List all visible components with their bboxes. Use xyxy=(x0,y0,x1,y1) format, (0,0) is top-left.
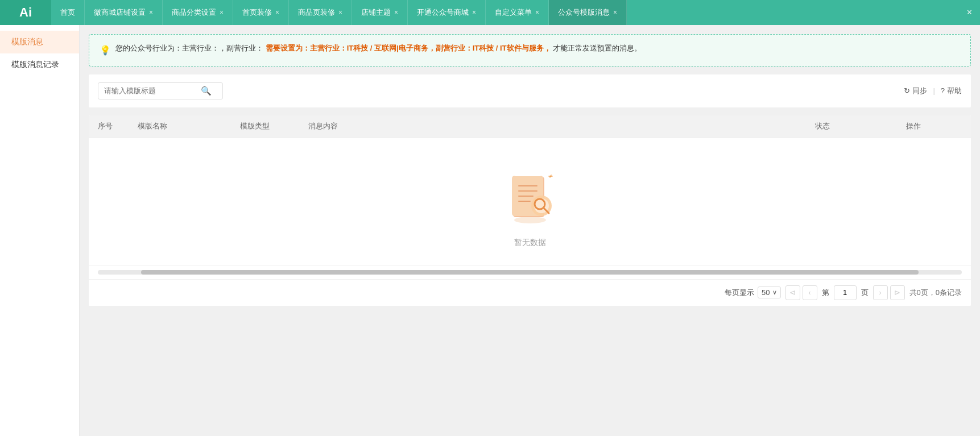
close-tab-wechatshop[interactable]: × xyxy=(472,9,476,16)
close-tab-theme[interactable]: × xyxy=(394,9,398,16)
help-button[interactable]: ? 帮助 xyxy=(941,86,962,96)
search-input-wrap: 🔍 xyxy=(98,82,223,99)
total-text: 共0页，0条记录 xyxy=(909,288,962,298)
sidebar: 模版消息模版消息记录 xyxy=(0,25,80,436)
toolbar-divider: | xyxy=(933,86,934,95)
page-suffix: 页 xyxy=(861,288,869,298)
per-page-selector: 每页显示 50 ∨ xyxy=(725,286,780,298)
search-bar: 🔍 ↻ 同步 | ? 帮助 xyxy=(89,74,971,107)
main-layout: 模版消息模版消息记录 💡 您的公众号行业为：主营行业：，副营行业： 需要设置为：… xyxy=(0,25,980,436)
per-page-label: 每页显示 xyxy=(725,288,754,298)
search-input[interactable] xyxy=(104,86,201,95)
table-header-status: 状态 xyxy=(806,121,897,131)
notice-text: 您的公众号行业为：主营行业：，副营行业： 需要设置为：主营行业：IT科技 / 互… xyxy=(115,43,642,55)
next-page-button[interactable]: › xyxy=(873,285,888,300)
content-area: 💡 您的公众号行业为：主营行业：，副营行业： 需要设置为：主营行业：IT科技 /… xyxy=(80,25,980,436)
empty-illustration xyxy=(496,160,564,229)
scroll-thumb[interactable] xyxy=(141,270,919,275)
nav-tab-theme[interactable]: 店铺主题× xyxy=(352,0,408,25)
scroll-track[interactable] xyxy=(98,270,962,275)
table-header-seq: 序号 xyxy=(89,121,129,131)
nav-tab-custommenu[interactable]: 自定义菜单× xyxy=(486,0,549,25)
search-icon[interactable]: 🔍 xyxy=(201,86,212,96)
close-tab-category[interactable]: × xyxy=(220,9,224,16)
scroll-bar-area xyxy=(89,265,971,279)
page-nav-buttons: ⊲ ‹ 第 页 › ⊳ xyxy=(785,285,905,300)
close-tab-templatemsg[interactable]: × xyxy=(613,9,617,16)
sidebar-item-template-msg-record[interactable]: 模版消息记录 xyxy=(0,53,79,76)
table-header-name: 模版名称 xyxy=(129,121,231,131)
svg-point-0 xyxy=(514,217,546,223)
table-header-action: 操作 xyxy=(897,121,971,131)
nav-tab-category[interactable]: 商品分类设置× xyxy=(163,0,233,25)
nav-tab-home[interactable]: 首页 xyxy=(51,0,85,25)
empty-state: 暂无数据 xyxy=(89,138,971,265)
table-header-content: 消息内容 xyxy=(299,121,806,131)
notice-box: 💡 您的公众号行业为：主营行业：，副营行业： 需要设置为：主营行业：IT科技 /… xyxy=(89,34,971,67)
nav-tab-productpage[interactable]: 商品页装修× xyxy=(289,0,352,25)
pagination: 每页显示 50 ∨ ⊲ ‹ 第 页 › ⊳ 共0页，0条记录 xyxy=(89,279,971,306)
toolbar-right: ↻ 同步 | ? 帮助 xyxy=(904,86,962,96)
top-nav: Ai 首页微商城店铺设置×商品分类设置×首页装修×商品页装修×店铺主题×开通公众… xyxy=(0,0,980,25)
logo: Ai xyxy=(0,0,51,25)
empty-text: 暂无数据 xyxy=(514,238,546,248)
page-label: 第 xyxy=(822,288,829,298)
table-wrap: 序号模版名称模版类型消息内容状态操作 xyxy=(89,115,971,306)
close-tab-homepage[interactable]: × xyxy=(275,9,279,16)
table-header: 序号模版名称模版类型消息内容状态操作 xyxy=(89,115,971,138)
sidebar-item-template-msg[interactable]: 模版消息 xyxy=(0,31,79,53)
lightbulb-icon: 💡 xyxy=(100,43,111,58)
last-page-button[interactable]: ⊳ xyxy=(890,285,905,300)
table-header-type: 模版类型 xyxy=(231,121,299,131)
close-tab-wshop[interactable]: × xyxy=(149,9,153,16)
per-page-select[interactable]: 50 ∨ xyxy=(758,286,780,298)
sync-button[interactable]: ↻ 同步 xyxy=(904,86,927,96)
nav-tabs: 首页微商城店铺设置×商品分类设置×首页装修×商品页装修×店铺主题×开通公众号商城… xyxy=(51,0,959,25)
chevron-down-icon: ∨ xyxy=(772,289,777,296)
nav-tab-templatemsg[interactable]: 公众号模版消息× xyxy=(549,0,627,25)
page-input[interactable] xyxy=(834,285,857,300)
notice-highlight: 需要设置为：主营行业：IT科技 / 互联网|电子商务，副营行业：IT科技 / I… xyxy=(266,44,551,52)
nav-tab-wechatshop[interactable]: 开通公众号商城× xyxy=(408,0,486,25)
sync-icon: ↻ xyxy=(904,86,910,95)
close-all-button[interactable]: × xyxy=(959,0,980,25)
first-page-button[interactable]: ⊲ xyxy=(785,285,800,300)
prev-page-button[interactable]: ‹ xyxy=(803,285,817,300)
close-tab-custommenu[interactable]: × xyxy=(535,9,539,16)
per-page-value: 50 xyxy=(762,288,770,297)
help-icon: ? xyxy=(941,86,945,95)
close-tab-productpage[interactable]: × xyxy=(338,9,342,16)
nav-tab-wshop[interactable]: 微商城店铺设置× xyxy=(85,0,163,25)
nav-tab-homepage[interactable]: 首页装修× xyxy=(233,0,289,25)
